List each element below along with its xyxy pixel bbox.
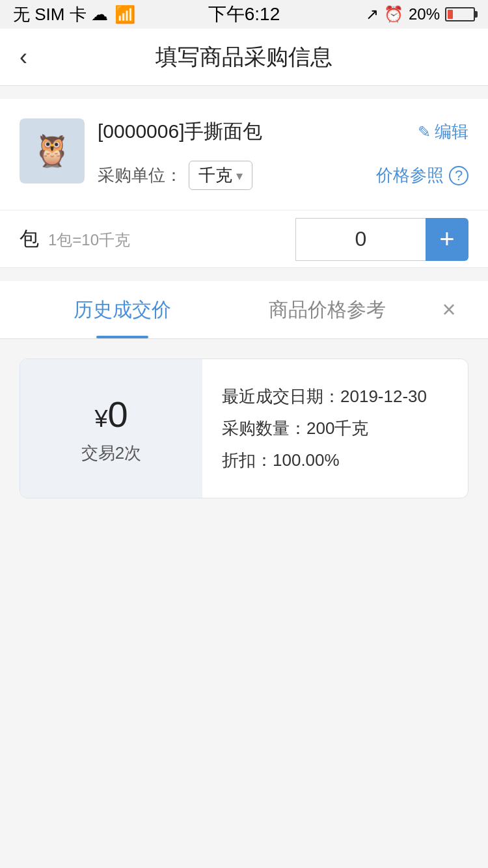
price-card: ¥0 交易2次 最近成交日期：2019-12-30 采购数量：200千克 折扣：… bbox=[20, 359, 468, 498]
latest-date-value: 2019-12-30 bbox=[340, 387, 427, 406]
bottom-space bbox=[0, 518, 488, 868]
unit-value: 千克 bbox=[198, 164, 232, 187]
product-thumbnail: 🦉 bbox=[20, 118, 85, 183]
quantity-input[interactable]: 0 bbox=[295, 218, 426, 261]
status-left: 无 SIM 卡 ☁ 📶 bbox=[13, 3, 135, 26]
tab-active-indicator bbox=[96, 336, 148, 338]
tab-product-price-ref[interactable]: 商品价格参考 bbox=[224, 281, 429, 338]
sim-label: 无 SIM 卡 ☁ bbox=[13, 3, 108, 26]
status-time: 下午6:12 bbox=[208, 2, 280, 27]
battery-icon bbox=[445, 7, 475, 21]
latest-date-row: 最近成交日期：2019-12-30 bbox=[222, 385, 448, 408]
discount-row: 折扣：100.00% bbox=[222, 449, 448, 472]
status-bar: 无 SIM 卡 ☁ 📶 下午6:12 ↗ ⏰ 20% bbox=[0, 0, 488, 29]
purchase-qty-label: 采购数量： bbox=[222, 418, 306, 438]
unit-left: 采购单位： 千克 ▾ bbox=[98, 161, 252, 190]
quantity-value: 0 bbox=[355, 227, 367, 251]
tabs-header: 历史成交价 商品价格参考 × bbox=[0, 281, 488, 338]
edit-button[interactable]: ✎ 编辑 bbox=[418, 120, 468, 143]
tabs-close-button[interactable]: × bbox=[429, 281, 468, 338]
quantity-section: 包 1包=10千克 0 + bbox=[0, 211, 488, 268]
discount-label: 折扣： bbox=[222, 450, 273, 470]
back-button[interactable]: ‹ bbox=[20, 44, 27, 71]
product-title: 手撕面包 bbox=[184, 120, 262, 142]
tab-historical-price-label: 历史成交价 bbox=[74, 297, 171, 323]
product-id: [0000006] bbox=[98, 120, 184, 142]
purchase-unit-row: 采购单位： 千克 ▾ 价格参照 ? bbox=[98, 161, 468, 190]
currency-symbol: ¥ bbox=[94, 405, 107, 432]
price-ref-label: 价格参照 bbox=[376, 164, 444, 187]
price-card-left: ¥0 交易2次 bbox=[20, 359, 202, 498]
quantity-unit-name: 包 bbox=[20, 226, 39, 252]
quantity-label: 包 1包=10千克 bbox=[20, 226, 130, 252]
quantity-conversion: 1包=10千克 bbox=[48, 230, 130, 251]
price-amount: ¥0 bbox=[94, 393, 128, 435]
product-name-row: [0000006]手撕面包 ✎ 编辑 bbox=[98, 118, 468, 145]
product-name: [0000006]手撕面包 bbox=[98, 118, 262, 145]
question-icon: ? bbox=[449, 166, 468, 185]
quantity-input-group: 0 + bbox=[295, 218, 468, 261]
price-value: 0 bbox=[107, 394, 128, 435]
purchase-qty-value: 200千克 bbox=[306, 418, 368, 438]
status-right: ↗ ⏰ 20% bbox=[366, 5, 475, 23]
price-trades: 交易2次 bbox=[81, 442, 141, 465]
chevron-down-icon: ▾ bbox=[236, 168, 243, 183]
unit-select-dropdown[interactable]: 千克 ▾ bbox=[189, 161, 252, 190]
latest-date-label: 最近成交日期： bbox=[222, 387, 340, 406]
battery-percent: 20% bbox=[409, 5, 440, 23]
quantity-plus-button[interactable]: + bbox=[426, 218, 468, 261]
wifi-icon: 📶 bbox=[115, 5, 135, 25]
price-reference-button[interactable]: 价格参照 ? bbox=[376, 164, 468, 187]
product-card: 🦉 [0000006]手撕面包 ✎ 编辑 采购单位： 千克 ▾ 价格参照 bbox=[0, 99, 488, 210]
product-icon: 🦉 bbox=[33, 133, 72, 169]
edit-label: 编辑 bbox=[435, 120, 468, 143]
price-card-right: 最近成交日期：2019-12-30 采购数量：200千克 折扣：100.00% bbox=[202, 359, 468, 498]
tab-historical-price[interactable]: 历史成交价 bbox=[20, 281, 224, 338]
page-title: 填写商品采购信息 bbox=[156, 42, 332, 72]
nav-bar: ‹ 填写商品采购信息 bbox=[0, 29, 488, 86]
location-icon: ↗ bbox=[366, 5, 379, 23]
unit-label: 采购单位： bbox=[98, 164, 182, 187]
discount-value: 100.00% bbox=[273, 450, 340, 470]
edit-icon: ✎ bbox=[418, 123, 431, 141]
tabs-section: 历史成交价 商品价格参考 × bbox=[0, 281, 488, 339]
purchase-qty-row: 采购数量：200千克 bbox=[222, 417, 448, 440]
alarm-icon: ⏰ bbox=[384, 5, 403, 23]
tab-product-price-ref-label: 商品价格参考 bbox=[269, 297, 386, 323]
product-info: [0000006]手撕面包 ✎ 编辑 采购单位： 千克 ▾ 价格参照 ? bbox=[98, 118, 468, 190]
